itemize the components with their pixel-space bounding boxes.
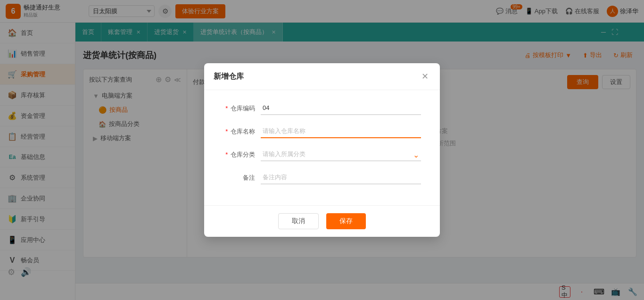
modal-header: 新增仓库 ✕: [204, 63, 440, 90]
warehouse-category-row: * 仓库分类 请输入所属分类 ⌄: [223, 148, 421, 161]
warehouse-name-input[interactable]: [261, 125, 421, 138]
required-star-code: *: [225, 105, 228, 112]
cancel-button[interactable]: 取消: [278, 213, 319, 229]
warehouse-note-input[interactable]: [261, 171, 421, 184]
new-warehouse-modal: 新增仓库 ✕ * 仓库编码 * 仓库名称: [204, 63, 440, 237]
save-button[interactable]: 保存: [326, 213, 366, 229]
required-star-name: *: [225, 128, 228, 135]
warehouse-code-label: * 仓库编码: [223, 104, 261, 113]
modal-footer: 取消 保存: [204, 205, 440, 237]
required-star-category: *: [225, 151, 228, 158]
modal-title: 新增仓库: [214, 72, 244, 82]
warehouse-code-row: * 仓库编码: [223, 101, 421, 115]
modal-body: * 仓库编码 * 仓库名称 * 仓库分类: [204, 90, 440, 205]
warehouse-name-label: * 仓库名称: [223, 127, 261, 136]
warehouse-note-row: 备注: [223, 171, 421, 184]
warehouse-category-label: * 仓库分类: [223, 150, 261, 159]
warehouse-note-label: 备注: [223, 174, 261, 182]
warehouse-category-wrap: 请输入所属分类 ⌄: [261, 148, 421, 161]
modal-overlay[interactable]: 新增仓库 ✕ * 仓库编码 * 仓库名称: [0, 0, 644, 300]
warehouse-name-row: * 仓库名称: [223, 125, 421, 138]
warehouse-category-select[interactable]: 请输入所属分类: [261, 148, 421, 161]
modal-close-btn[interactable]: ✕: [419, 71, 430, 82]
warehouse-code-input[interactable]: [261, 101, 421, 115]
